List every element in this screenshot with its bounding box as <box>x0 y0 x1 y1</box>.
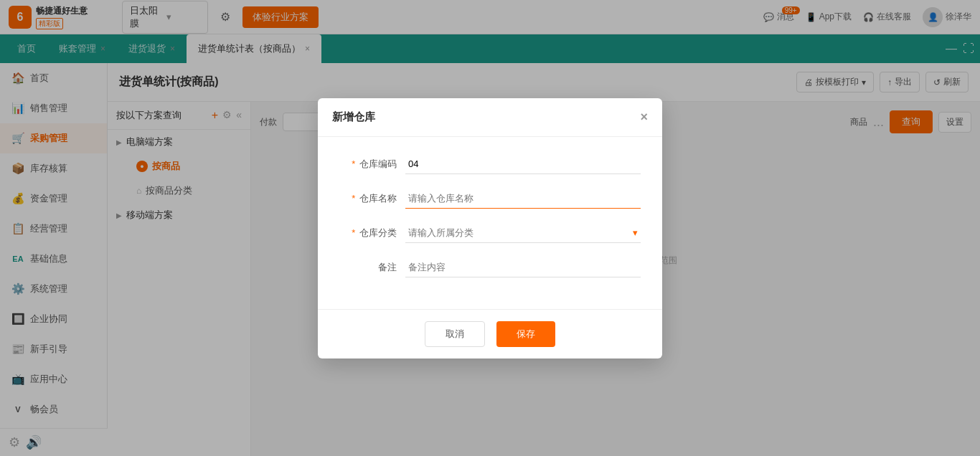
save-button[interactable]: 保存 <box>496 321 555 347</box>
cancel-button[interactable]: 取消 <box>425 321 485 347</box>
form-row-notes: 备注 <box>339 257 641 277</box>
warehouse-code-input[interactable] <box>405 154 641 174</box>
notes-input[interactable] <box>405 257 641 277</box>
add-warehouse-modal: 新增仓库 × * 仓库编码 * 仓库名称 <box>318 98 662 358</box>
warehouse-category-select[interactable]: ▾ <box>405 223 641 243</box>
warehouse-category-label: * 仓库分类 <box>339 227 397 239</box>
warehouse-name-label: * 仓库名称 <box>339 192 397 205</box>
modal-overlay: 新增仓库 × * 仓库编码 * 仓库名称 <box>0 0 980 456</box>
modal-body: * 仓库编码 * 仓库名称 * 仓库分类 <box>318 137 662 309</box>
modal-header: 新增仓库 × <box>318 98 662 137</box>
form-row-code: * 仓库编码 <box>339 154 641 174</box>
warehouse-code-label: * 仓库编码 <box>339 158 397 171</box>
modal-close-button[interactable]: × <box>640 110 648 125</box>
category-dropdown-icon: ▾ <box>633 227 638 238</box>
modal-footer: 取消 保存 <box>318 309 662 358</box>
notes-label: 备注 <box>339 261 397 274</box>
modal-title: 新增仓库 <box>332 110 375 124</box>
form-row-category: * 仓库分类 ▾ <box>339 223 641 243</box>
form-row-name: * 仓库名称 <box>339 189 641 209</box>
warehouse-name-input[interactable] <box>405 189 641 209</box>
warehouse-category-input[interactable] <box>408 227 633 238</box>
